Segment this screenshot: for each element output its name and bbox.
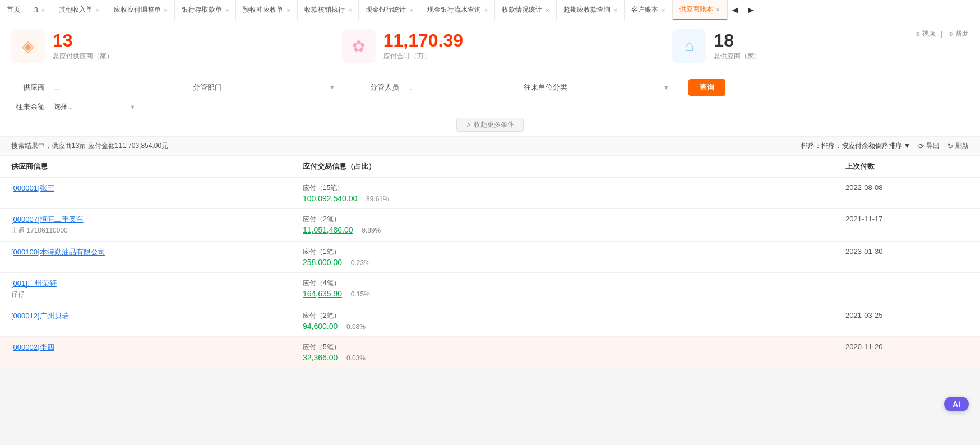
pay-amount[interactable]: 11,051,486.00 bbox=[303, 225, 353, 234]
col-header-payable: 应付交易信息（占比） bbox=[303, 161, 845, 171]
pay-amount[interactable]: 164,635.90 bbox=[303, 289, 342, 298]
close-icon[interactable]: × bbox=[614, 7, 617, 13]
col-header-supplier: 供应商信息 bbox=[11, 161, 303, 171]
close-icon[interactable]: × bbox=[409, 7, 413, 13]
nav-tab-customer-ledger[interactable]: 客户账本 × bbox=[625, 0, 672, 20]
supplier-sub: 仔仔 bbox=[11, 290, 303, 299]
table-row: [001]广州荣轩 仔仔 应付（4笔） 164,635.90 0.15% bbox=[0, 273, 980, 305]
amount-icon: ✿ bbox=[342, 29, 376, 63]
close-icon[interactable]: × bbox=[484, 7, 488, 13]
supplier-link[interactable]: [001]广州荣轩 bbox=[11, 279, 57, 288]
nav-next-button[interactable]: ▶ bbox=[743, 0, 759, 20]
person-input[interactable] bbox=[404, 81, 497, 94]
video-link[interactable]: ⊙ 视频 bbox=[915, 30, 936, 38]
supplier-info-cell: [000002]李四 bbox=[11, 342, 303, 353]
supplier-input[interactable] bbox=[49, 81, 161, 94]
last-pay-cell: 2021-11-17 bbox=[845, 215, 969, 223]
supplier-link[interactable]: [000012]广州贝瑞 bbox=[11, 312, 69, 320]
stat-payable-suppliers: ◈ 13 总应付供应商（家） bbox=[11, 29, 308, 63]
close-icon[interactable]: × bbox=[286, 7, 290, 13]
nav-tab-adjustment[interactable]: 应收应付调整单 × bbox=[107, 0, 175, 20]
pay-amount[interactable]: 94,600.00 bbox=[303, 322, 338, 331]
help-link[interactable]: ⊙ 帮助 bbox=[948, 30, 969, 38]
nav-tab-prepay[interactable]: 预收冲应收单 × bbox=[236, 0, 297, 20]
last-pay-cell: 2023-01-30 bbox=[845, 247, 969, 256]
total-supplier-count: 18 bbox=[714, 31, 761, 50]
pay-label: 应付（4笔） bbox=[303, 279, 845, 288]
supplier-sub: 王通 17106110000 bbox=[11, 226, 303, 235]
export-icon: ⟳ bbox=[918, 142, 924, 150]
supplier-link[interactable]: [000001]张三 bbox=[11, 184, 54, 192]
pay-pct: 0.08% bbox=[346, 323, 366, 331]
supplier-link[interactable]: [000100]本特勤油品有限公司 bbox=[11, 248, 105, 256]
supplier-info-cell: [000012]广州贝瑞 bbox=[11, 311, 303, 321]
dept-select[interactable] bbox=[226, 81, 339, 94]
top-nav: 首页 3 × 其他收入单 × 应收应付调整单 × 银行存取款单 × 预收冲应收单… bbox=[0, 0, 980, 20]
sort-chevron-icon[interactable]: ▼ bbox=[904, 142, 910, 150]
filter-row-1: 供应商 分管部门 ▼ 分管人员 往来单位分类 ▼ 查询 bbox=[11, 79, 969, 96]
nav-tab-home[interactable]: 首页 bbox=[0, 0, 27, 20]
person-filter-label: 分管人员 bbox=[366, 82, 399, 92]
export-button[interactable]: ⟳ 导出 bbox=[918, 141, 940, 151]
category-select[interactable] bbox=[572, 81, 673, 94]
supplier-link[interactable]: [000002]李四 bbox=[11, 343, 54, 351]
help-links: ⊙ 视频 | ⊙ 帮助 bbox=[915, 29, 969, 39]
nav-tab-receipt-stat[interactable]: 收款情况统计 × bbox=[495, 0, 556, 20]
close-icon[interactable]: × bbox=[164, 7, 168, 13]
filter-area: 供应商 分管部门 ▼ 分管人员 往来单位分类 ▼ 查询 往来余额 选择... ▼ bbox=[0, 72, 980, 137]
pay-amount[interactable]: 258,000.00 bbox=[303, 258, 342, 267]
payable-info-cell: 应付（2笔） 11,051,486.00 9.89% bbox=[303, 215, 845, 234]
table-row: [000007]恒旺二手叉车 王通 17106110000 应付（2笔） 11,… bbox=[0, 209, 980, 242]
query-button[interactable]: 查询 bbox=[688, 79, 725, 96]
supplier-link[interactable]: [000007]恒旺二手叉车 bbox=[11, 215, 84, 224]
close-icon[interactable]: × bbox=[41, 7, 45, 13]
right-actions: 排序：排序：按应付余额倒序排序 ▼ ⟳ 导出 ↻ 刷新 bbox=[801, 141, 969, 151]
filter-row-2: 往来余额 选择... ▼ bbox=[11, 100, 969, 113]
balance-select[interactable]: 选择... bbox=[49, 100, 139, 113]
sort-label: 排序：排序：按应付余额倒序排序 ▼ bbox=[801, 141, 910, 151]
nav-tab-cash-stat[interactable]: 现金银行统计 × bbox=[359, 0, 420, 20]
supplier-icon: ◈ bbox=[11, 29, 45, 63]
balance-select-wrap: 选择... ▼ bbox=[49, 100, 139, 113]
collapse-button[interactable]: ∧ 收起更多条件 bbox=[456, 118, 523, 132]
table-row: [000002]李四 应付（5笔） 32,366.00 0.03% 2020-1… bbox=[0, 337, 980, 368]
nav-tab-supplier-ledger[interactable]: 供应商账本 × bbox=[673, 0, 727, 20]
table-header: 供应商信息 应付交易信息（占比） 上次付数 bbox=[0, 156, 980, 178]
category-filter-label: 往来单位分类 bbox=[524, 82, 567, 92]
nav-prev-button[interactable]: ◀ bbox=[727, 0, 743, 20]
supplier-filter-label: 供应商 bbox=[11, 82, 45, 92]
payable-total-label: 应付合计（万） bbox=[383, 52, 463, 61]
nav-tab-other-income[interactable]: 其他收入单 × bbox=[52, 0, 107, 20]
close-icon[interactable]: × bbox=[225, 7, 229, 13]
table-row: [000100]本特勤油品有限公司 应付（1笔） 258,000.00 0.23… bbox=[0, 242, 980, 273]
stat-payable-total: ✿ 11,170.39 应付合计（万） bbox=[342, 29, 639, 63]
stats-bar: ◈ 13 总应付供应商（家） ✿ 11,170.39 应付合计（万） ⌂ 18 … bbox=[0, 20, 980, 72]
close-icon[interactable]: × bbox=[716, 6, 720, 13]
supplier-info-cell: [000007]恒旺二手叉车 王通 17106110000 bbox=[11, 215, 303, 235]
close-icon[interactable]: × bbox=[96, 7, 99, 13]
close-icon[interactable]: × bbox=[546, 7, 549, 13]
pay-amount[interactable]: 100,092,540.00 bbox=[303, 194, 357, 203]
nav-tab-collection[interactable]: 收款核销执行 × bbox=[298, 0, 359, 20]
nav-tab-overdue[interactable]: 超期应收款查询 × bbox=[557, 0, 625, 20]
balance-filter-label: 往来余额 bbox=[11, 102, 45, 112]
close-icon[interactable]: × bbox=[662, 7, 665, 13]
store-icon: ⌂ bbox=[672, 29, 706, 63]
stat-divider-1 bbox=[325, 29, 325, 63]
supplier-info-cell: [000100]本特勤油品有限公司 bbox=[11, 247, 303, 257]
collapse-bar: ∧ 收起更多条件 bbox=[11, 118, 969, 132]
nav-tab-3[interactable]: 3 × bbox=[27, 0, 52, 20]
refresh-icon: ↻ bbox=[947, 142, 953, 150]
payable-info-cell: 应付（2笔） 94,600.00 0.08% bbox=[303, 311, 845, 331]
pay-label: 应付（2笔） bbox=[303, 215, 845, 224]
pay-pct: 0.15% bbox=[351, 290, 370, 298]
pay-label: 应付（1笔） bbox=[303, 247, 845, 257]
refresh-button[interactable]: ↻ 刷新 bbox=[947, 141, 969, 151]
nav-tab-bank[interactable]: 银行存取款单 × bbox=[175, 0, 236, 20]
pay-amount[interactable]: 32,366.00 bbox=[303, 353, 338, 362]
nav-tab-cash-flow[interactable]: 现金银行流水查询 × bbox=[420, 0, 495, 20]
table-row: [000012]广州贝瑞 应付（2笔） 94,600.00 0.08% 2021… bbox=[0, 305, 980, 337]
close-icon[interactable]: × bbox=[348, 7, 352, 13]
table-row: [000001]张三 应付（15笔） 100,092,540.00 89.61%… bbox=[0, 178, 980, 209]
dept-select-wrap: ▼ bbox=[226, 81, 339, 94]
